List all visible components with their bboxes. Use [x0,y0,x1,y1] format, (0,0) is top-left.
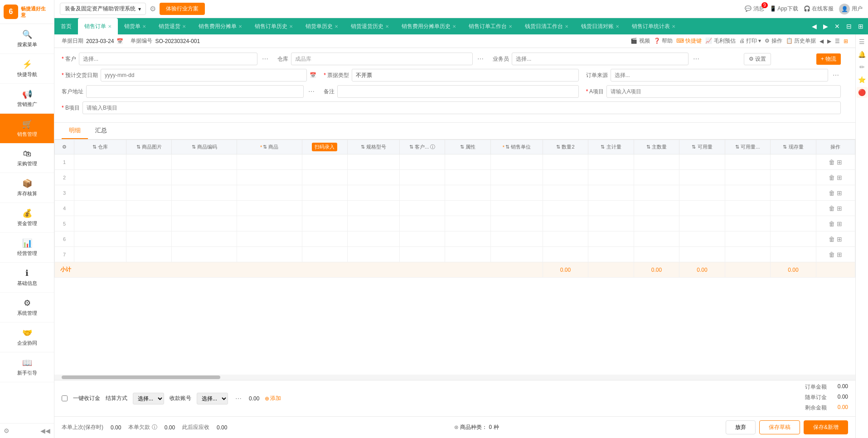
warehouse-input[interactable] [291,53,473,65]
sidebar-item-guide[interactable]: 📖 新手引导 [0,352,54,382]
order-source-input[interactable] [611,69,828,82]
tab-next-icon[interactable]: ▶ [820,22,831,31]
tab-sales-order-history[interactable]: 销售订单历史 ✕ [248,18,299,34]
tab-summary[interactable]: 汇总 [88,123,114,139]
th-qty2[interactable]: ⇅ 数量2 [543,140,588,154]
th-available[interactable]: ⇅ 可用量 [679,140,725,154]
add-item-button[interactable]: + 物流 [816,53,841,65]
th-product[interactable]: *⇅ 商品 [237,140,302,154]
tab-expense-history[interactable]: 销售费用分摊单历史 ✕ [395,18,462,34]
tab-sales-bill-history[interactable]: 销货单历史 ✕ [299,18,344,34]
nav-prev-icon[interactable]: ◀ [820,38,824,44]
aproject-input[interactable] [606,85,841,98]
one-key-checkbox[interactable] [62,395,68,401]
cell-code[interactable] [172,154,237,170]
copy-icon[interactable]: ⊞ [837,251,842,258]
app-download-link[interactable]: 📱 App下载 [770,5,798,13]
tab-home[interactable]: 首页 [54,18,78,34]
online-service-link[interactable]: 🎧 在线客服 [804,5,834,13]
operation-btn[interactable]: ⚙ 操作 [765,37,782,45]
table-scrollbar[interactable] [54,375,855,380]
tab-menu-icon[interactable]: ⊟ [844,22,854,31]
setup-button[interactable]: ⚙ 设置 [744,53,771,65]
app-selector[interactable]: 装备及固定资产辅助管理系统 ▾ [60,3,146,15]
tab-cash-workbench[interactable]: 钱货日清工作台 ✕ [519,18,575,34]
scan-button[interactable]: 扫码录入 [312,143,337,151]
tab-close-icon[interactable]: ✕ [385,24,389,29]
cell-main-qty[interactable] [634,154,679,170]
profit-btn[interactable]: 📈 毛利预估 [705,37,735,45]
account-more-icon[interactable]: ⋯ [233,395,243,402]
tab-close-icon[interactable]: ✕ [616,24,619,29]
tab-close-icon[interactable]: ✕ [509,24,512,29]
tab-sales-expense[interactable]: 销售费用分摊单 ✕ [192,18,248,34]
copy-icon[interactable]: ⊞ [837,189,842,197]
tab-sales-order[interactable]: 销售订单 ✕ [78,18,118,34]
cell-stock[interactable] [771,154,816,170]
cell-warehouse[interactable] [74,231,126,247]
message-badge[interactable]: 💬 9 消息 [745,5,764,13]
settlement-select[interactable]: 选择... [133,393,164,404]
nav-next-icon[interactable]: ▶ [827,38,831,44]
delete-icon[interactable]: 🗑 [829,159,835,166]
cell-customer[interactable] [399,154,445,170]
sidebar-item-marketing[interactable]: 📢 营销推广 [0,84,54,114]
staff-more-icon[interactable]: ⋯ [691,55,701,63]
th-warehouse[interactable]: ⇅ 仓库 [74,140,126,154]
remark-input[interactable] [337,85,578,98]
delete-icon[interactable]: 🗑 [829,251,835,258]
tab-sales-bill[interactable]: 销货单 ✕ [118,18,152,34]
sidebar-item-enterprise[interactable]: 🤝 企业协同 [0,322,54,352]
cell-warehouse[interactable] [74,154,126,170]
th-code[interactable]: ⇅ 商品编码 [172,140,237,154]
sidebar-item-search[interactable]: 🔍 搜索菜单 [0,24,54,54]
cell-warehouse[interactable] [74,216,126,231]
th-attr[interactable]: ⇅ 属性 [445,140,491,154]
save-draft-button[interactable]: 保存草稿 [759,420,800,434]
sidebar-item-basic[interactable]: ℹ 基础信息 [0,263,54,293]
delivery-input[interactable] [101,69,307,82]
right-icon-edit[interactable]: ✏ [857,62,868,72]
delete-icon[interactable]: 🗑 [829,220,835,227]
sidebar-item-finance[interactable]: 💰 资金管理 [0,203,54,233]
th-stock[interactable]: ⇅ 现存量 [771,140,816,154]
customer-input[interactable] [79,53,257,65]
cell-warehouse[interactable] [74,170,126,185]
tab-order-workbench[interactable]: 销售订单工作台 ✕ [462,18,519,34]
tab-return-history[interactable]: 销货退货历史 ✕ [344,18,395,34]
th-available2[interactable]: ⇅ 可用量... [725,140,771,154]
help-btn[interactable]: ❓ 帮助 [654,37,673,45]
cell-available2[interactable] [725,154,771,170]
th-unit[interactable]: *⇅ 销售单位 [490,140,543,154]
copy-icon[interactable]: ⊞ [837,174,842,181]
tab-close-icon[interactable]: ✕ [565,24,568,29]
cell-main-unit[interactable] [588,154,634,170]
tab-close-icon[interactable]: ✕ [182,24,186,29]
right-icon-star[interactable]: ⭐ [857,74,868,85]
settings-icon[interactable]: ⚙ [4,427,10,434]
tab-close-icon[interactable]: ✕ [108,24,112,29]
tab-close-icon[interactable]: ✕ [289,24,293,29]
tab-prev-icon[interactable]: ◀ [809,22,820,31]
sidebar-item-inventory[interactable]: 📦 库存核算 [0,173,54,203]
bproject-input[interactable] [82,101,841,114]
staff-input[interactable] [512,53,689,65]
tab-close-icon[interactable]: ✕ [672,24,675,29]
th-main-qty[interactable]: ⇅ 主数量 [634,140,679,154]
tab-sales-return[interactable]: 销货退货 ✕ [152,18,192,34]
sidebar-item-quick[interactable]: ⚡ 快捷导航 [0,54,54,84]
tab-close-icon[interactable]: ✕ [142,24,146,29]
tab-close-icon[interactable]: ✕ [335,24,338,29]
th-customer-info[interactable]: ⇅ 客户... ⓘ [399,140,445,154]
copy-icon[interactable]: ⊞ [837,205,842,212]
th-scan[interactable]: 扫码录入 [302,140,348,154]
tab-close-icon[interactable]: ✕ [238,24,242,29]
copy-icon[interactable]: ⊞ [837,159,842,166]
warehouse-more-icon[interactable]: ⋯ [475,55,485,63]
delete-icon[interactable]: 🗑 [829,189,835,197]
sidebar-item-sales[interactable]: 🛒 销售管理 [0,114,54,144]
sidebar-item-system[interactable]: ⚙ 系统管理 [0,293,54,322]
cell-warehouse[interactable] [74,201,126,216]
th-main-unit[interactable]: ⇅ 主计量 [588,140,634,154]
collapse-icon[interactable]: ◀◀ [40,427,50,434]
